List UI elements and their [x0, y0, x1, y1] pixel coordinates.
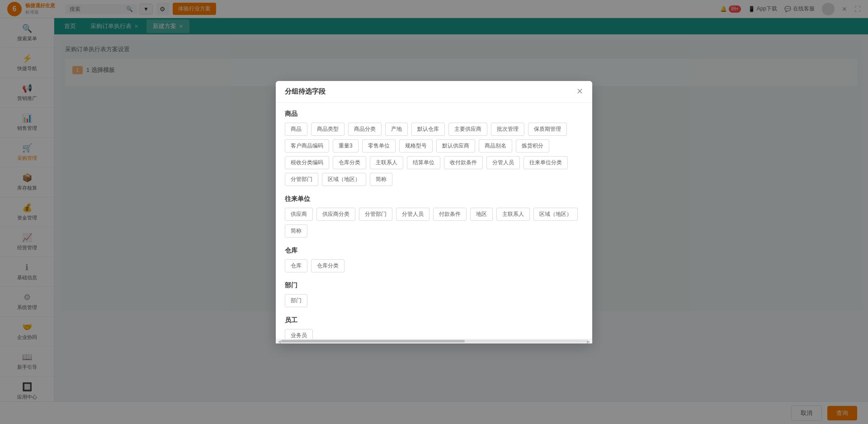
- field-section-department: 部门部门: [285, 281, 583, 307]
- field-tag-往来单位分类[interactable]: 往来单位分类: [524, 156, 568, 169]
- field-section-title-department: 部门: [285, 281, 583, 290]
- field-tag-简称[interactable]: 简称: [370, 173, 392, 186]
- field-tag-主联系人[interactable]: 主联系人: [496, 208, 530, 221]
- field-section-title-partner: 往来单位: [285, 195, 583, 203]
- field-tags-partner: 供应商供应商分类分管部门分管人员付款条件地区主联系人区域（地区）简称: [285, 208, 583, 238]
- field-tag-仓库分类[interactable]: 仓库分类: [333, 156, 366, 169]
- field-tag-仓库[interactable]: 仓库: [285, 259, 307, 272]
- scroll-thumb: [281, 340, 465, 343]
- field-tag-重量3[interactable]: 重量3: [333, 139, 359, 152]
- field-tag-商品分类[interactable]: 商品分类: [348, 123, 382, 136]
- field-tag-仓库分类[interactable]: 仓库分类: [311, 259, 344, 272]
- field-tag-地区[interactable]: 地区: [470, 208, 493, 221]
- field-tags-goods: 商品商品类型商品分类产地默认仓库主要供应商批次管理保质期管理客户商品编码重量3零…: [285, 123, 583, 186]
- field-tag-区域（地区）[interactable]: 区域（地区）: [322, 173, 366, 186]
- field-tag-供应商分类[interactable]: 供应商分类: [316, 208, 355, 221]
- field-tags-warehouse: 仓库仓库分类: [285, 259, 583, 272]
- modal-close-button[interactable]: ✕: [576, 87, 583, 95]
- field-tag-分管人员[interactable]: 分管人员: [396, 208, 429, 221]
- field-tag-产地[interactable]: 产地: [385, 123, 408, 136]
- field-tag-区域（地区）[interactable]: 区域（地区）: [533, 208, 578, 221]
- field-tag-分管人员[interactable]: 分管人员: [486, 156, 520, 169]
- modal-horizontal-scrollbar[interactable]: ◀ ▶: [276, 339, 592, 343]
- scroll-track: [281, 340, 587, 343]
- field-tag-商品别名[interactable]: 商品别名: [479, 139, 512, 152]
- field-tag-分管部门[interactable]: 分管部门: [359, 208, 392, 221]
- field-tag-商品[interactable]: 商品: [285, 123, 307, 136]
- field-tag-客户商品编码[interactable]: 客户商品编码: [285, 139, 329, 152]
- field-section-title-goods: 商品: [285, 110, 583, 118]
- field-tags-employee: 业务员: [285, 329, 583, 339]
- field-tag-结算单位[interactable]: 结算单位: [407, 156, 440, 169]
- field-section-title-warehouse: 仓库: [285, 247, 583, 255]
- field-tag-主要供应商[interactable]: 主要供应商: [448, 123, 487, 136]
- modal-overlay: 分组待选字段 ✕ 商品商品商品类型商品分类产地默认仓库主要供应商批次管理保质期管…: [0, 0, 868, 424]
- field-tags-department: 部门: [285, 294, 583, 307]
- field-tag-批次管理[interactable]: 批次管理: [491, 123, 524, 136]
- field-tag-分管部门[interactable]: 分管部门: [285, 173, 318, 186]
- field-tag-主联系人[interactable]: 主联系人: [370, 156, 403, 169]
- field-tag-默认供应商[interactable]: 默认供应商: [436, 139, 475, 152]
- modal-body: 商品商品商品类型商品分类产地默认仓库主要供应商批次管理保质期管理客户商品编码重量…: [276, 103, 592, 339]
- field-section-partner: 往来单位供应商供应商分类分管部门分管人员付款条件地区主联系人区域（地区）简称: [285, 195, 583, 238]
- field-tag-税收分类编码[interactable]: 税收分类编码: [285, 156, 329, 169]
- field-section-employee: 员工业务员: [285, 316, 583, 339]
- field-tag-零售单位[interactable]: 零售单位: [362, 139, 396, 152]
- modal-dialog: 分组待选字段 ✕ 商品商品商品类型商品分类产地默认仓库主要供应商批次管理保质期管…: [276, 81, 592, 343]
- field-tag-供应商[interactable]: 供应商: [285, 208, 313, 221]
- field-tag-规格型号[interactable]: 规格型号: [399, 139, 433, 152]
- field-tag-付款条件[interactable]: 付款条件: [433, 208, 467, 221]
- field-tag-炼货积分[interactable]: 炼货积分: [516, 139, 549, 152]
- field-tag-默认仓库[interactable]: 默认仓库: [411, 123, 445, 136]
- field-tag-业务员[interactable]: 业务员: [285, 329, 313, 339]
- field-section-goods: 商品商品商品类型商品分类产地默认仓库主要供应商批次管理保质期管理客户商品编码重量…: [285, 110, 583, 186]
- field-section-title-employee: 员工: [285, 316, 583, 324]
- field-tag-简称[interactable]: 简称: [285, 224, 307, 238]
- field-tag-部门[interactable]: 部门: [285, 294, 307, 307]
- modal-title: 分组待选字段: [285, 87, 326, 96]
- field-section-warehouse: 仓库仓库仓库分类: [285, 247, 583, 272]
- field-tag-收付款条件[interactable]: 收付款条件: [444, 156, 483, 169]
- field-tag-保质期管理[interactable]: 保质期管理: [528, 123, 567, 136]
- modal-header: 分组待选字段 ✕: [276, 81, 592, 103]
- field-tag-商品类型[interactable]: 商品类型: [311, 123, 344, 136]
